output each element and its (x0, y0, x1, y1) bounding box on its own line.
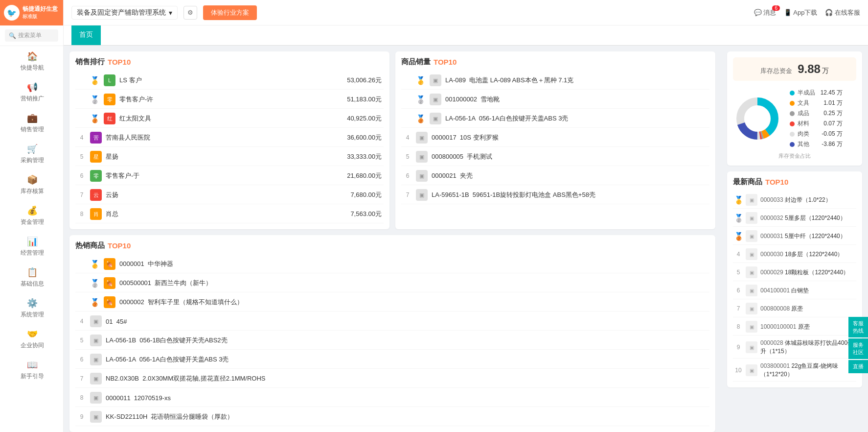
trial-btn[interactable]: 体验行业方案 (203, 5, 257, 20)
sidebar-item-label: 库存核算 (21, 187, 44, 195)
sidebar-item-quicknav[interactable]: 🏠 快捷导航 (0, 46, 63, 77)
sidebar-item-sales[interactable]: 💼 销售管理 (0, 108, 63, 139)
sidebar-item-marketing[interactable]: 📢 营销推广 (0, 77, 63, 108)
purchase-icon: 🛒 (27, 144, 38, 154)
sidebar-item-system[interactable]: ⚙️ 系统管理 (0, 293, 63, 324)
new-product-row: 🥇 ▣ 0000033 封边带（1.0*22） (733, 192, 856, 209)
hot-product-row: 8 ▣ 0000011 12070519-xs (75, 389, 709, 407)
legend-item: 材料 0.07 万 (790, 120, 843, 128)
sidebar-search-container[interactable]: 🔍 搜索菜单 (0, 25, 63, 46)
donut-chart-container: 半成品 12.45 万 文具 1.01 万 成品 0.25 万 材料 0.07 … (733, 85, 856, 152)
new-products-card: 最新商品 TOP10 🥇 ▣ 0000033 封边带（1.0*22） 🥈 ▣ 0… (727, 171, 862, 387)
sales-icon: 💼 (27, 113, 38, 123)
hot-product-row: 9 ▣ KK-SD22110H 花语萌恒温分腿睡袋（厚款） (75, 408, 709, 426)
customer-row: 7 云 云扬 7,680.00元 (75, 186, 384, 204)
top-products-sold-card: 商品销量 TOP10 🥇 ▣ LA-089 电池盖 LA-089 ABS本色＋黑… (395, 51, 715, 229)
product-sold-row: 🥉 ▣ LA-056-1A 056-1A白色按键开关盖ABS 3壳 (401, 110, 709, 128)
system-name: 装备及固定资产辅助管理系统 (77, 8, 166, 17)
hot-product-row: 🥇 🍖 0000001 中华神器 (75, 255, 709, 273)
sidebar-item-guide[interactable]: 📖 新手引导 (0, 355, 63, 385)
donut-chart (733, 94, 782, 143)
hot-product-row: 5 ▣ LA-056-1B 056-1B白色按键开关壳ABS2壳 (75, 332, 709, 350)
legend-dot (790, 111, 795, 116)
topbar-right: 💬 消息 6 📱 App下载 🎧 在线客服 (754, 8, 860, 17)
online-service-btn[interactable]: 🎧 在线客服 (825, 8, 860, 17)
sidebar-item-finance[interactable]: 💰 资金管理 (0, 200, 63, 231)
inventory-icon: 📦 (27, 174, 38, 185)
row1: 销售排行 TOP10 🥇 L LS 客户 53,006.26元 🥈 零 零售客户… (69, 51, 715, 229)
gear-icon: ⚙ (187, 9, 193, 16)
top-customers-list: 🥇 L LS 客户 53,006.26元 🥈 零 零售客户-许 51,183.0… (75, 72, 384, 223)
operations-icon: 📊 (27, 236, 38, 247)
legend-item: 肉类 -0.05 万 (790, 130, 843, 138)
legend-item: 其他 -3.86 万 (790, 140, 843, 148)
hot-product-row: 7 ▣ NB2.0X30B 2.0X30MM双搓花轴,搓花直径2.1MM/ROH… (75, 370, 709, 388)
sidebar-item-label: 新手引导 (21, 372, 44, 381)
finance-icon: 💰 (27, 205, 38, 216)
hot-products-list: 🥇 🍖 0000001 中华神器 🥈 🍖 000500001 新西兰牛肉（新牛）… (75, 255, 709, 426)
sidebar-item-purchase[interactable]: 🛒 采购管理 (0, 139, 63, 169)
customer-row: 8 肖 肖总 7,563.00元 (75, 205, 384, 223)
hot-product-row: 4 ▣ 01 45# (75, 312, 709, 331)
main-area: 装备及固定资产辅助管理系统 ▾ ⚙ 体验行业方案 💬 消息 6 📱 App下载 … (64, 0, 868, 432)
messages-badge: 6 (772, 5, 780, 11)
sidebar-item-label: 销售管理 (21, 125, 44, 134)
new-products-list: 🥇 ▣ 0000033 封边带（1.0*22） 🥈 ▣ 0000032 5厘多层… (733, 192, 856, 382)
legend-dot (790, 121, 795, 126)
system-selector[interactable]: 装备及固定资产辅助管理系统 ▾ (71, 6, 178, 20)
product-sold-row: 🥇 ▣ LA-089 电池盖 LA-089 ABS本色＋黑种 7.1克 (401, 72, 709, 90)
marketing-icon: 📢 (27, 82, 38, 93)
sidebar-item-label: 经营管理 (21, 249, 44, 257)
hot-products-card: 热销商品 TOP10 🥇 🍖 0000001 中华神器 🥈 🍖 00050000… (69, 235, 715, 432)
inventory-subtitle: 库存资金占比 (733, 152, 856, 160)
collab-icon: 🤝 (27, 329, 38, 339)
sidebar-item-label: 基础信息 (21, 280, 44, 288)
sidebar: 🐦 畅捷通好生意 标准版 🔍 搜索菜单 🏠 快捷导航 📢 营销推广 💼 销售管理… (0, 0, 64, 432)
legend-item: 成品 0.25 万 (790, 109, 843, 118)
messages-btn[interactable]: 💬 消息 6 (754, 8, 777, 17)
phone-icon: 📱 (784, 9, 792, 16)
product-sold-row: 5 ▣ 000800005 手机测试 (401, 148, 709, 166)
sidebar-item-inventory[interactable]: 📦 库存核算 (0, 169, 63, 200)
topbar: 装备及固定资产辅助管理系统 ▾ ⚙ 体验行业方案 💬 消息 6 📱 App下载 … (64, 0, 868, 25)
legend-dot (790, 132, 795, 137)
legend-dot (790, 142, 795, 147)
customer-row: 🥈 零 零售客户-许 51,183.00元 (75, 91, 384, 109)
search-label: 搜索菜单 (18, 31, 42, 40)
quicknav-icon: 🏠 (27, 51, 38, 62)
sidebar-item-label: 采购管理 (21, 156, 44, 165)
customer-row: 4 苦 苦南县人民医院 36,600.00元 (75, 129, 384, 147)
new-product-row: 6 ▣ 004100001 白钢垫 (733, 282, 856, 299)
inventory-card: 库存总资金 9.88 万 (727, 51, 862, 166)
content-area: 销售排行 TOP10 🥇 L LS 客户 53,006.26元 🥈 零 零售客户… (64, 46, 868, 432)
headset-icon: 🎧 (825, 9, 833, 16)
nav-tabs: 首页 (64, 25, 868, 46)
float-service-community[interactable]: 服务社区 (848, 338, 868, 359)
legend-dot (790, 91, 795, 96)
logo-icon: 🐦 (4, 5, 20, 21)
hot-product-row: 6 ▣ LA-056-1A 056-1A白色按键开关盖ABS 3壳 (75, 351, 709, 369)
sidebar-item-label: 快捷导航 (21, 64, 44, 72)
sidebar-item-operations[interactable]: 📊 经营管理 (0, 231, 63, 262)
sidebar-item-basic-info[interactable]: 📋 基础信息 (0, 262, 63, 293)
settings-button[interactable]: ⚙ (183, 6, 197, 20)
new-product-row: 7 ▣ 000800008 原垄 (733, 300, 856, 317)
legend-item: 半成品 12.45 万 (790, 89, 843, 97)
app-download-btn[interactable]: 📱 App下载 (784, 8, 817, 17)
hot-product-row: 🥈 🍖 000500001 新西兰牛肉（新牛） (75, 274, 709, 292)
sidebar-item-label: 系统管理 (21, 311, 44, 319)
float-service-hotline[interactable]: 客服热线 (848, 317, 868, 337)
tab-home[interactable]: 首页 (71, 25, 101, 45)
customer-row: 6 零 零售客户-于 21,680.00元 (75, 167, 384, 185)
search-menu-btn[interactable]: 🔍 搜索菜单 (5, 29, 58, 42)
float-service-live[interactable]: 直播 (848, 360, 868, 373)
new-products-title: 最新商品 TOP10 (733, 177, 856, 187)
new-product-row: 10 ▣ 003800001 22g鱼豆腐-烧烤味（1*12*20） (733, 360, 856, 382)
product-sold-row: 7 ▣ LA-59651-1B 59651-1B旋转投影灯电池盒 ABS黑色+5… (401, 186, 709, 204)
sidebar-item-collaboration[interactable]: 🤝 企业协同 (0, 324, 63, 355)
top-products-sold-title: 商品销量 TOP10 (401, 57, 709, 67)
new-product-row: 8 ▣ 10000100001 原垄 (733, 318, 856, 336)
hot-product-row: 🥉 🍖 0000002 智利车子里（规格不知道填什么） (75, 293, 709, 312)
right-panel: 库存总资金 9.88 万 (721, 46, 868, 432)
inventory-legend: 半成品 12.45 万 文具 1.01 万 成品 0.25 万 材料 0.07 … (790, 89, 843, 148)
